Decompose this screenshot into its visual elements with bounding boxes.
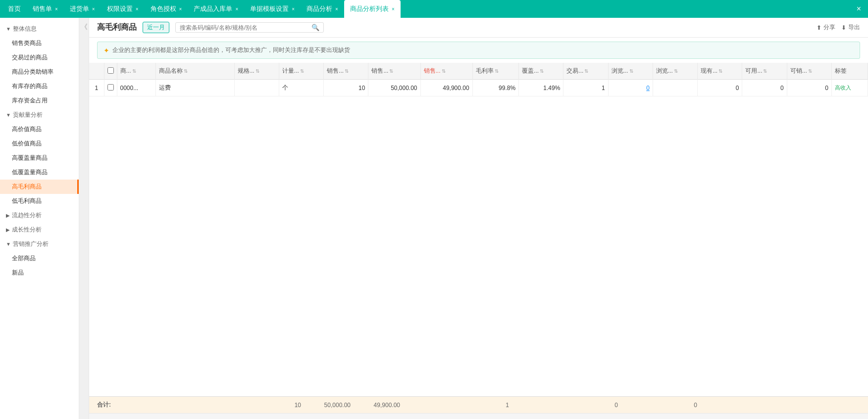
sort-icon-name: ⇅ xyxy=(184,68,188,74)
nav-analysis-list-close[interactable]: × xyxy=(392,6,395,12)
cell-trade: 1 xyxy=(563,80,608,96)
col-sales-cost[interactable]: 销售... ⇅ xyxy=(420,63,472,80)
sidebar-group-marketing[interactable]: ▼ 营销推广分析 xyxy=(0,237,79,251)
sidebar-item-stock-capital[interactable]: 库存资金占用 xyxy=(0,93,79,108)
cell-qty: 10 xyxy=(324,80,368,96)
col-coverage[interactable]: 覆盖... ⇅ xyxy=(519,63,563,80)
sort-icon-gross: ⇅ xyxy=(495,68,499,74)
info-icon: ✦ xyxy=(103,47,109,54)
nav-permissions-close[interactable]: × xyxy=(136,6,139,12)
sidebar-item-low-value[interactable]: 低价值商品 xyxy=(0,137,79,151)
footer-cost: 49,900.00 xyxy=(354,402,403,409)
footer-qty: 10 xyxy=(255,402,304,409)
nav-sales-close[interactable]: × xyxy=(55,6,58,12)
cell-tag: 高收入 xyxy=(832,80,868,96)
table-row: 1 0000... 运费 个 10 50,000.00 49,900.00 99 xyxy=(89,80,868,96)
footer-stock1: 0 xyxy=(571,402,621,409)
col-spec[interactable]: 规格... ⇅ xyxy=(234,63,279,80)
col-index xyxy=(89,63,104,80)
sidebar-group-growth[interactable]: ▶ 成长性分析 xyxy=(0,223,79,237)
arrow-icon-3: ▶ xyxy=(6,213,10,218)
header-actions: ⬆ 分享 ⬇ 导出 xyxy=(817,23,860,32)
col-checkbox xyxy=(104,63,117,80)
arrow-icon-4: ▶ xyxy=(6,227,10,233)
sidebar-group-trend[interactable]: ▶ 流趋性分析 xyxy=(0,208,79,223)
sort-icon-spec: ⇅ xyxy=(255,68,259,74)
col-trade[interactable]: 交易... ⇅ xyxy=(563,63,608,80)
row-checkbox[interactable] xyxy=(107,84,114,91)
content-area: 高毛利商品 近一月 🔍 ⬆ 分享 ⬇ 导出 xyxy=(89,18,868,419)
col-stock2[interactable]: 可用... ⇅ xyxy=(742,63,787,80)
sidebar-group-overall[interactable]: ▼ 整体信息 xyxy=(0,22,79,36)
nav-purchase[interactable]: 进货单 × xyxy=(64,0,101,18)
nav-sales[interactable]: 销售单 × xyxy=(27,0,64,18)
export-btn[interactable]: ⬇ 导出 xyxy=(841,23,860,32)
sidebar-item-sales-goods[interactable]: 销售类商品 xyxy=(0,36,79,50)
select-all-checkbox[interactable] xyxy=(107,67,114,74)
sidebar-item-in-stock[interactable]: 有库存的商品 xyxy=(0,79,79,93)
nav-roles-close[interactable]: × xyxy=(179,6,182,12)
nav-inventory[interactable]: 产成品入库单 × xyxy=(188,0,244,18)
sort-icon-amount: ⇅ xyxy=(389,68,393,74)
export-icon: ⬇ xyxy=(841,24,846,31)
sidebar-item-low-coverage[interactable]: 低覆盖量商品 xyxy=(0,165,79,180)
share-btn[interactable]: ⬆ 分享 xyxy=(817,23,835,32)
page-title: 高毛利商品 xyxy=(97,22,137,33)
nav-analysis-list[interactable]: 商品分析列表 × xyxy=(344,0,401,18)
col-unit[interactable]: 计量... ⇅ xyxy=(279,63,323,80)
sidebar-item-new-goods[interactable]: 新品 xyxy=(0,266,79,280)
table-footer: 合计: 10 50,000.00 49,900.00 1 0 0 xyxy=(89,396,868,413)
sort-icon-b1: ⇅ xyxy=(629,68,633,74)
sidebar-item-high-coverage[interactable]: 高覆盖量商品 xyxy=(0,151,79,165)
sidebar: ▼ 整体信息 销售类商品 交易过的商品 商品分类助销率 有库存的商品 库存资金占… xyxy=(0,18,79,419)
col-name[interactable]: 商品名称 ⇅ xyxy=(156,63,234,80)
nav-analysis-close[interactable]: × xyxy=(335,6,338,12)
tag-label: 高收入 xyxy=(835,85,851,91)
sort-icon-code: ⇅ xyxy=(132,68,136,74)
col-sales-qty[interactable]: 销售... ⇅ xyxy=(324,63,368,80)
nav-home[interactable]: 首页 xyxy=(2,0,27,18)
sidebar-item-category-rate[interactable]: 商品分类助销率 xyxy=(0,65,79,79)
sidebar-item-low-margin[interactable]: 低毛利商品 xyxy=(0,194,79,208)
sidebar-item-all-goods[interactable]: 全部商品 xyxy=(0,251,79,266)
sort-icon-b2: ⇅ xyxy=(674,68,678,74)
nav-template-close[interactable]: × xyxy=(292,6,295,12)
window-close-btn[interactable]: × xyxy=(852,4,866,13)
col-browse1[interactable]: 浏览... ⇅ xyxy=(608,63,653,80)
footer-trade: 1 xyxy=(462,402,512,409)
cell-browse1[interactable]: 0 xyxy=(608,80,653,96)
search-box: 🔍 xyxy=(175,22,324,33)
cell-gross-rate: 99.8% xyxy=(472,80,518,96)
col-browse2[interactable]: 浏览... ⇅ xyxy=(653,63,697,80)
footer-amount: 50,000.00 xyxy=(304,402,354,409)
sidebar-item-high-value[interactable]: 高价值商品 xyxy=(0,122,79,137)
table-wrapper[interactable]: 商... ⇅ 商品名称 ⇅ xyxy=(89,63,868,396)
cell-sellable: 0 xyxy=(787,80,831,96)
nav-analysis[interactable]: 商品分析 × xyxy=(301,0,344,18)
nav-purchase-close[interactable]: × xyxy=(92,6,95,12)
filter-recent-month-btn[interactable]: 近一月 xyxy=(143,22,169,33)
nav-template[interactable]: 单据模板设置 × xyxy=(244,0,301,18)
content-header: 高毛利商品 近一月 🔍 ⬆ 分享 ⬇ 导出 xyxy=(89,18,868,38)
cell-code: 0000... xyxy=(117,80,156,96)
nav-inventory-close[interactable]: × xyxy=(235,6,238,12)
col-stock1[interactable]: 现有... ⇅ xyxy=(698,63,742,80)
search-icon[interactable]: 🔍 xyxy=(311,24,319,31)
horizontal-scrollbar[interactable] xyxy=(89,413,868,419)
sort-icon-unit: ⇅ xyxy=(300,68,304,74)
col-gross-rate[interactable]: 毛利率 ⇅ xyxy=(472,63,518,80)
sidebar-item-high-margin[interactable]: 高毛利商品 xyxy=(0,180,79,194)
sidebar-collapse-btn[interactable]: 《 xyxy=(79,18,89,419)
search-input[interactable] xyxy=(180,24,309,31)
col-sales-amount[interactable]: 销售... ⇅ xyxy=(368,63,420,80)
sidebar-group-contribution[interactable]: ▼ 贡献量分析 xyxy=(0,108,79,122)
sort-icon-trade: ⇅ xyxy=(584,68,588,74)
sidebar-item-traded-goods[interactable]: 交易过的商品 xyxy=(0,50,79,65)
footer-sellable: 0 xyxy=(651,402,700,409)
col-tag[interactable]: 标签 xyxy=(832,63,868,80)
col-sellable[interactable]: 可销... ⇅ xyxy=(787,63,831,80)
col-code[interactable]: 商... ⇅ xyxy=(117,63,156,80)
nav-permissions[interactable]: 权限设置 × xyxy=(101,0,145,18)
nav-roles[interactable]: 角色授权 × xyxy=(145,0,188,18)
sort-icon-cov: ⇅ xyxy=(540,68,544,74)
